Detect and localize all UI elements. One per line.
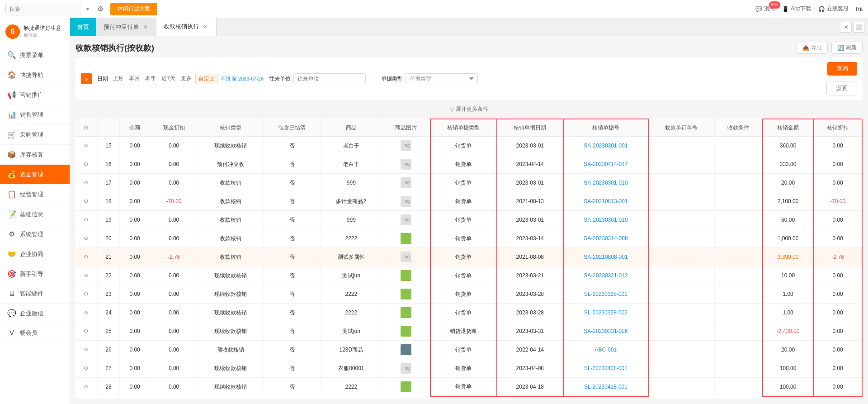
setting-button[interactable]: 设置 (826, 81, 857, 95)
message-icon-item[interactable]: 💬 消息 99+ (755, 5, 775, 13)
cell-verify-bill-no[interactable]: SA-20230301-010 (563, 211, 648, 229)
sidebar-item-4[interactable]: 🛒采购管理 (0, 125, 70, 145)
cell-gear[interactable]: ⚙ (75, 248, 97, 266)
query-button[interactable]: 查询 (827, 62, 857, 76)
cell-gear[interactable]: ⚙ (75, 229, 97, 248)
row-gear-icon[interactable]: ⚙ (84, 347, 89, 353)
verify-bill-no-link[interactable]: SL-20230328-002 (584, 309, 627, 316)
sidebar-item-9[interactable]: ⚙系统管理 (0, 224, 70, 244)
table-row[interactable]: ⚙ 17 0.00 0.00 收款核销 否 999 img 销货单 2023-0… (75, 174, 862, 192)
th-gear[interactable]: ⚙ (75, 119, 97, 137)
row-gear-icon[interactable]: ⚙ (84, 217, 89, 223)
dropdown-arrow-icon[interactable]: ▼ (85, 6, 90, 12)
sidebar-item-13[interactable]: 💬企业微信 (0, 304, 70, 323)
export-button[interactable]: 📤 导出 (797, 42, 828, 54)
row-gear-icon[interactable]: ⚙ (84, 180, 89, 186)
cell-gear[interactable]: ⚙ (75, 192, 97, 211)
verify-bill-no-link[interactable]: SL-20230408-001 (584, 365, 627, 371)
single-type-select[interactable]: 单据类型 (406, 73, 478, 84)
table-row[interactable]: ⚙ 25 0.00 0.00 现续收款核销 否 测试jun 销货退货单 2023… (75, 322, 862, 341)
date-last-month[interactable]: 上月 (111, 74, 125, 84)
verify-bill-no-link[interactable]: SL-20230418-001 (584, 384, 627, 390)
column-settings-icon[interactable]: ⚙ (83, 124, 89, 131)
table-row[interactable]: ⚙ 18 0.00 -70.00 收款核销 否 多计量商品2 img 销货单 2… (75, 192, 862, 211)
table-row[interactable]: ⚙ 15 0.00 0.00 现续收款核销 否 老白干 img 销货单 2023… (75, 137, 862, 155)
cell-gear[interactable]: ⚙ (75, 378, 97, 396)
verify-bill-no-link[interactable]: ABC-001 (595, 347, 617, 353)
table-row[interactable]: ⚙ 23 0.00 0.00 现续收款核销 否 2222 销货单 2023-03… (75, 285, 862, 304)
cell-gear[interactable]: ⚙ (75, 137, 97, 155)
row-gear-icon[interactable]: ⚙ (84, 291, 89, 297)
cell-gear[interactable]: ⚙ (75, 359, 97, 378)
date-this-year[interactable]: 本年 (143, 74, 158, 84)
row-gear-icon[interactable]: ⚙ (84, 161, 89, 167)
cell-verify-bill-no[interactable]: SA-20230301-010 (563, 174, 648, 192)
date-7days[interactable]: 近7天 (160, 74, 177, 84)
cell-verify-bill-no[interactable]: SL-20230328-002 (563, 304, 648, 322)
sidebar-item-11[interactable]: 🎯新手引导 (0, 264, 70, 284)
verify-bill-no-link[interactable]: SA-20210808-001 (584, 254, 627, 260)
cell-verify-bill-no[interactable]: ABC-001 (563, 341, 648, 359)
verify-bill-no-link[interactable]: SA-20230301-010 (584, 180, 627, 186)
row-gear-icon[interactable]: ⚙ (84, 309, 89, 316)
verify-bill-no-link[interactable]: SA-20230321-012 (584, 272, 627, 279)
cell-verify-bill-no[interactable]: SA-20230331-026 (563, 322, 648, 341)
cell-gear[interactable]: ⚙ (75, 322, 97, 341)
row-gear-icon[interactable]: ⚙ (84, 328, 89, 334)
table-row[interactable]: ⚙ 19 0.00 0.00 收款核销 否 999 img 销货单 2023-0… (75, 211, 862, 229)
cell-gear[interactable]: ⚙ (75, 211, 97, 229)
row-gear-icon[interactable]: ⚙ (84, 272, 89, 279)
app-download-item[interactable]: 📱 App下载 (782, 5, 811, 13)
sidebar-item-7[interactable]: 📋经营管理 (0, 185, 70, 204)
verify-bill-no-link[interactable]: SL-20230328-001 (584, 291, 627, 297)
row-gear-icon[interactable]: ⚙ (84, 143, 89, 149)
tab-prepay[interactable]: 预付冲应付单 ✕ (96, 18, 156, 36)
verify-bill-no-link[interactable]: SA-20230301-001 (584, 143, 627, 149)
table-row[interactable]: ⚙ 27 0.00 0.00 现续收款核销 否 衣服00001 img 销货单 … (75, 359, 862, 378)
table-row[interactable]: ⚙ 26 0.00 0.00 预收款核销 否 123D商品 销货单 2022-0… (75, 341, 862, 359)
date-custom[interactable]: 自定义 (195, 74, 218, 84)
sidebar-item-2[interactable]: 📢营销推广 (0, 85, 70, 105)
verify-bill-no-link[interactable]: SA-20230301-010 (584, 217, 627, 223)
sidebar-item-5[interactable]: 📦库存核算 (0, 145, 70, 165)
row-gear-icon[interactable]: ⚙ (84, 365, 89, 371)
table-row[interactable]: ⚙ 28 0.00 0.00 现续收款核销 否 2222 销货单 2023-04… (75, 378, 862, 396)
date-more[interactable]: 更多 (179, 74, 193, 84)
sidebar-item-0[interactable]: 🔍搜索菜单 (0, 45, 70, 65)
sidebar-item-6[interactable]: 💰资金管理 (0, 165, 70, 185)
row-gear-icon[interactable]: ⚙ (84, 254, 89, 260)
industry-solution-button[interactable]: 休闲行业方案 (110, 3, 157, 15)
table-row[interactable]: ⚙ 24 0.00 0.00 现续收款核销 否 2222 销货单 2023-03… (75, 304, 862, 322)
table-row[interactable]: ⚙ 16 0.00 0.00 预付冲应收 否 老白干 img 销货单 2023-… (75, 155, 862, 174)
cell-verify-bill-no[interactable]: SA-20210808-001 (563, 248, 648, 266)
verify-bill-no-link[interactable]: SA-20230414-017 (584, 161, 627, 167)
row-gear-icon[interactable]: ⚙ (84, 235, 89, 242)
table-row[interactable]: ⚙ 21 0.00 -2.76 收款核销 否 测试多属性 img 销货单 202… (75, 248, 862, 266)
tab-home[interactable]: 首页 (70, 18, 96, 36)
tab-close-all-icon[interactable]: ✕ (841, 22, 852, 33)
online-service-item[interactable]: 🎧 在线客服 (818, 5, 849, 13)
date-this-month[interactable]: 本月 (127, 74, 142, 84)
cell-gear[interactable]: ⚙ (75, 174, 97, 192)
cell-verify-bill-no[interactable]: SA-20230414-017 (563, 155, 648, 174)
sidebar-item-3[interactable]: 📊销售管理 (0, 105, 70, 125)
cell-gear[interactable]: ⚙ (75, 341, 97, 359)
cell-verify-bill-no[interactable]: SL-20230408-001 (563, 359, 648, 378)
tab-verify[interactable]: 收款核销执行 ✕ (156, 18, 217, 36)
unit-dots[interactable]: ··· (368, 76, 376, 82)
row-gear-icon[interactable]: ⚙ (84, 384, 89, 390)
sidebar-item-12[interactable]: 🖥智能硬件 (0, 284, 70, 304)
sidebar-item-1[interactable]: 🏠快捷导航 (0, 65, 70, 85)
refresh-button[interactable]: 🔄 刷新 (831, 42, 863, 54)
row-gear-icon[interactable]: ⚙ (84, 198, 89, 204)
table-row[interactable]: ⚙ 22 0.00 0.00 现续收款核销 否 测试jun 销货单 2023-0… (75, 266, 862, 285)
expand-more-button[interactable]: ▽ 展开更多条件 (75, 104, 863, 115)
sidebar-item-14[interactable]: V畅会员 (0, 323, 70, 343)
cell-verify-bill-no[interactable]: SL-20230418-001 (563, 378, 648, 396)
cell-gear[interactable]: ⚙ (75, 266, 97, 285)
verify-bill-no-link[interactable]: SA-20230314-008 (584, 235, 627, 242)
verify-bill-no-link[interactable]: SA-20230331-026 (584, 328, 627, 334)
sidebar-item-8[interactable]: 📝基础信息 (0, 204, 70, 224)
tab-verify-close-icon[interactable]: ✕ (203, 23, 209, 31)
cell-gear[interactable]: ⚙ (75, 285, 97, 304)
